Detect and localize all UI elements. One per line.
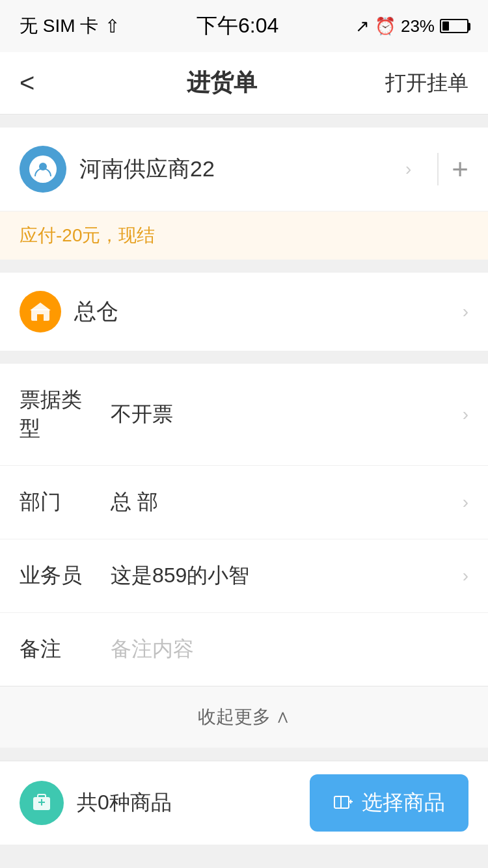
product-icon (20, 781, 64, 825)
collapse-label: 收起更多 ∧ (198, 705, 291, 729)
battery-icon (440, 19, 468, 33)
salesperson-chevron-icon: › (463, 565, 468, 586)
invoice-chevron-icon: › (463, 404, 468, 425)
salesperson-value: 这是859的小智 (111, 562, 463, 590)
department-value: 总 部 (111, 488, 463, 517)
department-row[interactable]: 部门 总 部 › (0, 465, 488, 539)
supplier-divider (437, 153, 439, 185)
battery-text: 23% (401, 16, 435, 36)
invoice-row[interactable]: 票据类型 不开票 › (0, 364, 488, 465)
warehouse-card: 总仓 › (0, 273, 488, 351)
collapse-button[interactable]: 收起更多 ∧ (0, 686, 488, 748)
section-gap-2 (0, 260, 488, 273)
invoice-value: 不开票 (111, 400, 463, 429)
back-button[interactable]: < (20, 68, 59, 98)
remark-label: 备注 (20, 635, 98, 664)
supplier-name: 河南供应商22 (79, 154, 405, 184)
product-count: 共0种商品 (77, 789, 310, 817)
status-bar: 无 SIM 卡 ⇧ 下午6:04 ↗ ⏰ 23% (0, 0, 488, 52)
warehouse-row[interactable]: 总仓 › (0, 273, 488, 351)
warehouse-chevron-icon: › (463, 301, 468, 322)
remark-input[interactable]: 备注内容 (111, 635, 468, 664)
carrier-text: 无 SIM 卡 (20, 14, 98, 38)
status-right: ↗ ⏰ 23% (355, 16, 468, 36)
nav-bar: < 进货单 打开挂单 (0, 52, 488, 115)
location-icon: ↗ (355, 16, 370, 36)
section-gap-1 (0, 115, 488, 128)
balance-notice: 应付-20元，现结 (0, 211, 488, 260)
svg-marker-2 (30, 303, 51, 310)
alarm-icon: ⏰ (375, 16, 396, 36)
salesperson-row[interactable]: 业务员 这是859的小智 › (0, 539, 488, 612)
page-title: 进货单 (187, 67, 257, 99)
department-chevron-icon: › (463, 492, 468, 513)
invoice-label: 票据类型 (20, 386, 98, 443)
select-product-button[interactable]: 选择商品 (310, 774, 468, 832)
salesperson-label: 业务员 (20, 562, 98, 590)
bottom-bar: 共0种商品 选择商品 (0, 761, 488, 845)
warehouse-name: 总仓 (74, 297, 463, 327)
supplier-row[interactable]: 河南供应商22 › + (0, 128, 488, 211)
select-product-label: 选择商品 (362, 789, 445, 817)
section-gap-3 (0, 351, 488, 364)
warehouse-icon (20, 291, 61, 332)
svg-rect-3 (37, 314, 44, 321)
open-pending-button[interactable]: 打开挂单 (385, 69, 468, 98)
supplier-avatar (20, 146, 66, 193)
supplier-chevron-icon: › (405, 159, 411, 180)
status-left: 无 SIM 卡 ⇧ (20, 14, 120, 38)
remark-row[interactable]: 备注 备注内容 (0, 612, 488, 686)
supplier-card: 河南供应商22 › + 应付-20元，现结 (0, 128, 488, 260)
form-card: 票据类型 不开票 › 部门 总 部 › 业务员 这是859的小智 › 备注 备注… (0, 364, 488, 748)
add-supplier-button[interactable]: + (452, 155, 468, 183)
section-gap-4 (0, 748, 488, 761)
wifi-icon: ⇧ (105, 16, 120, 37)
department-label: 部门 (20, 488, 98, 517)
avatar-icon (29, 156, 57, 183)
time-display: 下午6:04 (197, 12, 278, 40)
